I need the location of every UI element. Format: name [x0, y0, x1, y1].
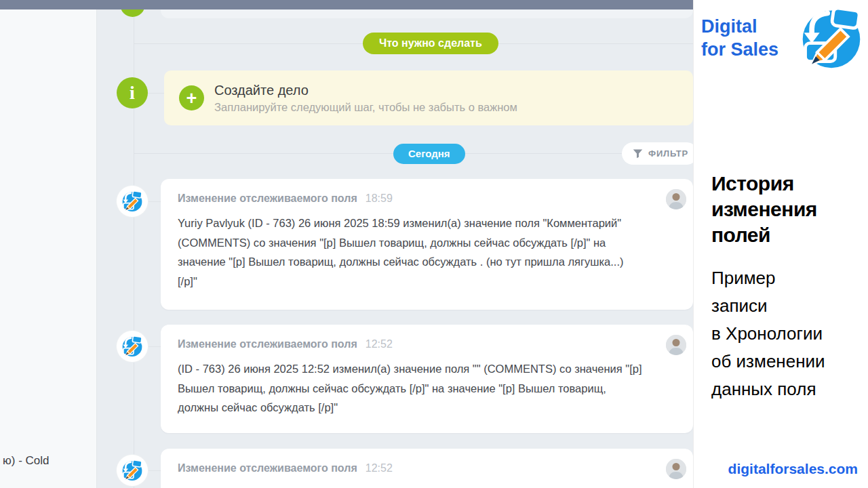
timeline-marker	[117, 186, 148, 217]
timeline-connector	[148, 93, 164, 94]
sidebar-subtitle: Пример записи в Хронологии об изменении …	[711, 264, 825, 403]
timeline-entry-card: Изменение отслеживаемого поля 12:52	[161, 449, 693, 488]
deal-name-fragment: ю) - Cold	[3, 454, 49, 468]
sidebar-heading: История изменения полей	[711, 171, 817, 248]
previous-card-bottom-edge	[161, 9, 693, 18]
timeline-entry-card: Изменение отслеживаемого поля 18:59 Yuri…	[161, 179, 693, 310]
user-photo-icon	[666, 189, 686, 209]
avatar	[666, 459, 686, 479]
brand-name: Digital for Sales	[701, 15, 778, 61]
what-to-do-pill: Что нужно сделать	[363, 33, 498, 54]
user-photo-icon	[666, 335, 686, 355]
branding-sidebar: Digital for Sales История изменения поле…	[693, 0, 868, 488]
field-change-icon	[121, 335, 144, 358]
field-change-icon	[121, 190, 144, 213]
entry-body: Yuriy Pavlyuk (ID - 763) 26 июня 2025 18…	[161, 205, 676, 291]
timeline-marker	[117, 331, 148, 362]
timeline-connector	[148, 201, 161, 202]
add-task-button[interactable]: +	[179, 85, 204, 110]
entry-time: 12:52	[366, 462, 393, 474]
filter-button[interactable]: ФИЛЬТР	[622, 142, 698, 165]
entry-title: Изменение отслеживаемого поля	[178, 462, 357, 474]
digital-for-sales-logo-icon	[797, 4, 865, 75]
window-top-bar	[0, 0, 693, 9]
create-task-banner[interactable]: + Создайте дело Запланируйте следующий ш…	[164, 70, 693, 125]
create-task-subtitle: Запланируйте следующий шаг, чтобы не заб…	[214, 101, 517, 114]
timeline-marker	[117, 455, 148, 486]
left-details-panel: ю) - Cold	[0, 9, 97, 488]
timeline-connector	[148, 470, 161, 471]
today-date-badge: Сегодня	[393, 144, 465, 164]
entry-time: 18:59	[366, 192, 393, 205]
entry-time: 12:52	[366, 338, 393, 350]
entry-body: (ID - 763) 26 июня 2025 12:52 изменил(а)…	[161, 350, 676, 418]
user-photo-icon	[666, 459, 686, 479]
create-task-title: Создайте дело	[214, 83, 517, 98]
field-change-icon	[121, 459, 144, 482]
avatar	[666, 189, 686, 209]
info-icon: i	[117, 77, 148, 108]
funnel-icon	[633, 148, 643, 159]
avatar	[666, 335, 686, 355]
website-link: digitalforsales.com	[728, 461, 858, 477]
entry-title: Изменение отслеживаемого поля	[178, 192, 357, 205]
entry-title: Изменение отслеживаемого поля	[178, 338, 357, 350]
filter-label: ФИЛЬТР	[648, 148, 688, 159]
timeline-entry-card: Изменение отслеживаемого поля 12:52 (ID …	[161, 325, 693, 433]
timeline-connector	[148, 346, 161, 347]
